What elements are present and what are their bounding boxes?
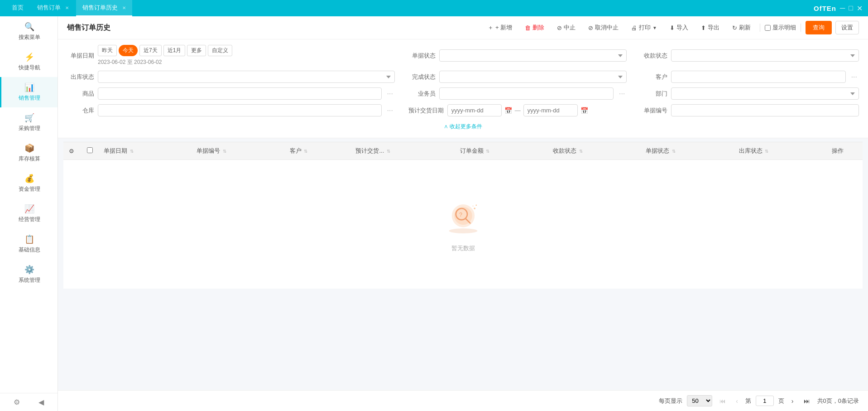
stop-button[interactable]: ⊘ 中止 [552,21,580,34]
out-status-select[interactable] [98,71,395,83]
th-amount: 订单金额 ⇅ [455,142,547,160]
page-last-btn[interactable]: ⏭ [801,396,813,406]
date-btn-today[interactable]: 今天 [119,45,138,56]
customer-dots[interactable]: ··· [849,73,859,81]
print-button[interactable]: 🖨 打印 ▼ [627,21,662,34]
add-label: + 新增 [495,24,512,32]
sidebar-item-finance[interactable]: 💰 资金管理 [0,168,58,198]
import-button[interactable]: ⬇ 导入 [665,21,693,34]
collapse-row[interactable]: ∧ 收起更多条件 [67,121,859,132]
th-checkbox [82,142,98,160]
th-bill-status-label: 单据状态 [646,147,669,154]
sidebar-settings-icon[interactable]: ⚙ [14,398,20,406]
date-btn-1month[interactable]: 近1月 [163,45,186,56]
business-icon: 📈 [24,204,34,214]
expected-date-end[interactable] [523,104,578,116]
filter-area: 单据日期 昨天 今天 近7天 近1月 更多 自定义 2023-06-02 至 2… [58,39,868,138]
add-button[interactable]: ＋ + 新增 [483,21,517,34]
table-footer: 每页显示 50 10 20 100 ⏮ ‹ 第 页 › ⏭ 共0页，0条记录 [58,390,868,411]
customer-input[interactable] [671,71,845,83]
th-amount-sort[interactable]: ⇅ [486,149,489,154]
salesperson-input[interactable] [439,87,614,100]
page-input[interactable] [756,396,774,406]
sidebar-item-sales[interactable]: 📊 销售管理 [0,77,58,107]
total-text: 共0页，0条记录 [817,397,859,405]
refresh-button[interactable]: ↻ 刷新 [728,21,755,34]
date-btn-custom[interactable]: 自定义 [208,45,232,56]
th-amount-label: 订单金额 [460,147,484,154]
sidebar-item-business[interactable]: 📈 经营管理 [0,198,58,229]
bill-status-select[interactable] [439,49,627,62]
per-page-select[interactable]: 50 10 20 100 [687,395,712,406]
delete-label: 删除 [532,24,544,32]
sidebar-item-inventory[interactable]: 📦 库存核算 [0,138,58,168]
department-select[interactable] [671,87,859,100]
tab-home[interactable]: 首页 [5,0,30,16]
window-maximize[interactable]: □ [849,4,853,12]
print-icon: 🖨 [631,24,637,31]
th-operation: 操作 [826,142,863,160]
window-close[interactable]: ✕ [857,4,863,13]
th-out-status-sort[interactable]: ⇅ [765,149,768,154]
cancel-stop-icon: ⊘ [588,24,593,31]
tab-sales-order[interactable]: 销售订单 ✕ [31,0,75,16]
th-bill-status-sort[interactable]: ⇅ [672,149,676,154]
product-dots[interactable]: ··· [385,90,395,98]
page-next-btn[interactable]: › [789,396,796,406]
sidebar-item-system[interactable]: ⚙️ 系统管理 [0,259,58,290]
sidebar-bottom: ⚙ ◀ [0,393,58,411]
delete-button[interactable]: 🗑 删除 [520,21,549,34]
cancel-stop-button[interactable]: ⊘ 取消中止 [584,21,623,34]
warehouse-input[interactable] [98,104,382,116]
date-btn-7days[interactable]: 近7天 [139,45,162,56]
filter-bill-number: 单据编号 [640,104,859,116]
receipt-status-select[interactable] [671,49,859,62]
th-expected-sort[interactable]: ⇅ [387,149,390,154]
complete-status-select[interactable] [439,71,627,83]
settings-button[interactable]: 设置 [835,21,859,34]
th-receipt-status-sort[interactable]: ⇅ [579,149,583,154]
window-minimize[interactable]: ─ [840,4,845,12]
brand-label: OfTEn [814,5,836,12]
main-layout: 🔍 搜索菜单 ⚡ 快捷导航 📊 销售管理 🛒 采购管理 📦 库存核算 💰 资金管… [0,16,868,411]
page-first-btn[interactable]: ⏮ [717,396,729,406]
product-input[interactable] [98,87,382,100]
select-all-checkbox[interactable] [87,147,93,153]
sidebar-item-search[interactable]: 🔍 搜索菜单 [0,16,58,47]
empty-row: ? 暂无数据 [63,160,863,289]
page-prev-btn[interactable]: ‹ [733,396,741,406]
th-date: 单据日期 ⇅ [98,142,191,160]
table-area: ⚙ 单据日期 ⇅ 单据编号 ⇅ [58,138,868,390]
nav-icon: ⚡ [24,52,34,62]
sidebar: 🔍 搜索菜单 ⚡ 快捷导航 📊 销售管理 🛒 采购管理 📦 库存核算 💰 资金管… [0,16,58,411]
tab-sales-order-close[interactable]: ✕ [65,5,69,10]
per-page-label: 每页显示 [659,397,682,405]
expected-date-start[interactable] [447,104,502,116]
salesperson-dots[interactable]: ··· [617,90,627,98]
gear-icon[interactable]: ⚙ [69,148,74,155]
sidebar-item-purchase[interactable]: 🛒 采购管理 [0,107,58,138]
date-btn-yesterday[interactable]: 昨天 [98,45,117,56]
top-bar: 首页 销售订单 ✕ 销售订单历史 ✕ OfTEn ─ □ ✕ [0,0,868,16]
warehouse-dots[interactable]: ··· [385,106,395,115]
sidebar-item-nav[interactable]: ⚡ 快捷导航 [0,47,58,77]
bill-number-input[interactable] [671,104,859,116]
date-label: 单据日期 [67,52,94,60]
th-date-sort[interactable]: ⇅ [130,149,134,154]
th-date-label: 单据日期 [104,147,127,154]
sidebar-collapse-icon[interactable]: ◀ [38,398,44,406]
calendar-start-icon[interactable]: 📅 [504,107,512,114]
tab-sales-order-history-close[interactable]: ✕ [122,5,126,10]
th-operation-label: 操作 [832,147,844,154]
export-button[interactable]: ⬆ 导出 [696,21,724,34]
th-number-sort[interactable]: ⇅ [223,149,226,154]
filter-customer: 客户 ··· [640,71,859,83]
query-button[interactable]: 查询 [806,21,832,34]
inventory-icon: 📦 [24,143,34,153]
tab-sales-order-history[interactable]: 销售订单历史 ✕ [76,0,132,16]
sidebar-item-basic-info[interactable]: 📋 基础信息 [0,229,58,259]
th-customer-sort[interactable]: ⇅ [304,149,307,154]
show-detail-checkbox[interactable] [765,25,771,31]
calendar-end-icon[interactable]: 📅 [580,107,588,114]
date-btn-more[interactable]: 更多 [187,45,206,56]
